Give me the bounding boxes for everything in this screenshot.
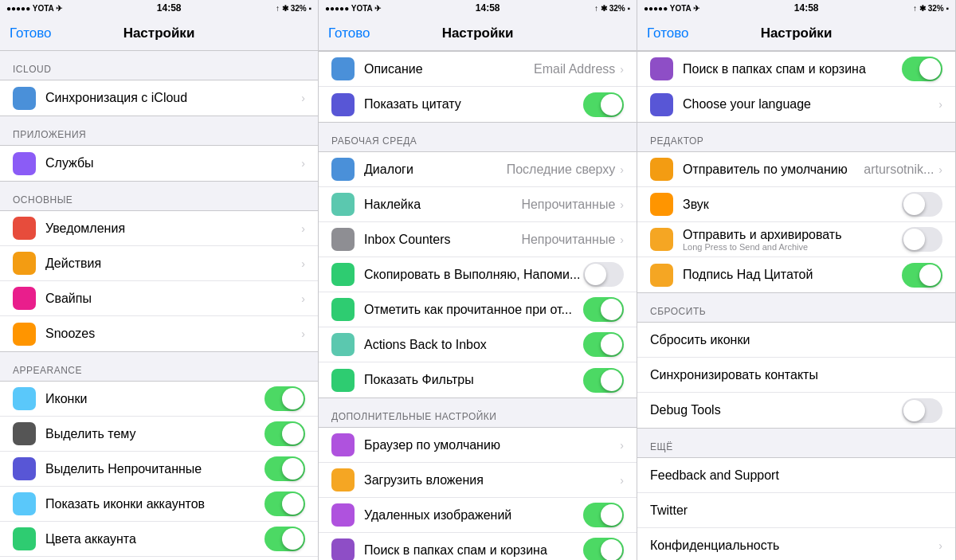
item-icon bbox=[13, 457, 36, 480]
toggle-off[interactable] bbox=[902, 192, 942, 217]
section-header: ПРИЛОЖЕНИЯ bbox=[0, 116, 318, 145]
settings-item[interactable]: Отправить и архивироватьLong Press to Se… bbox=[637, 222, 955, 257]
toggle-on[interactable] bbox=[264, 456, 305, 481]
settings-item[interactable]: Показать иконки аккаунтов bbox=[0, 487, 318, 522]
settings-item[interactable]: Debug Tools bbox=[637, 393, 955, 428]
item-label: Браузер по умолчанию bbox=[364, 438, 620, 452]
toggle-on[interactable] bbox=[264, 421, 305, 446]
nav-done-button[interactable]: Готово bbox=[328, 25, 370, 41]
item-icon bbox=[331, 369, 355, 392]
nav-title: Настройки bbox=[442, 25, 514, 41]
settings-item[interactable]: Отправитель по умолчаниюartursotnik...› bbox=[637, 152, 955, 187]
status-left: ●●●●● YOTA ✈ bbox=[644, 4, 699, 13]
item-value: Непрочитанные bbox=[521, 233, 615, 247]
item-label: Поиск в папках спам и корзина bbox=[683, 62, 902, 76]
settings-item[interactable]: Twitter bbox=[637, 493, 955, 528]
settings-item[interactable]: НаклейкаНепрочитанные› bbox=[319, 187, 637, 222]
settings-item[interactable]: Отметить как прочитанное при от... bbox=[319, 292, 637, 327]
toggle-off[interactable] bbox=[902, 227, 942, 252]
settings-item[interactable]: Действия› bbox=[0, 246, 318, 281]
item-icon bbox=[13, 492, 36, 515]
item-label: Показать Фильтры bbox=[364, 373, 583, 387]
settings-item[interactable]: Поиск в папках спам и корзина bbox=[319, 533, 637, 560]
toggle-off[interactable] bbox=[902, 398, 942, 423]
item-label: Показать цитату bbox=[364, 97, 583, 112]
item-value: artursotnik... bbox=[864, 163, 934, 177]
settings-item[interactable]: Выделить тему bbox=[0, 417, 318, 452]
toggle-off[interactable] bbox=[583, 262, 624, 287]
chevron-icon: › bbox=[938, 539, 942, 552]
toggle-on[interactable] bbox=[902, 57, 942, 81]
settings-item[interactable]: Браузер по умолчанию› bbox=[319, 428, 637, 463]
settings-item[interactable]: Actions Back to Inbox bbox=[319, 327, 637, 362]
settings-item[interactable]: Службы› bbox=[0, 146, 318, 181]
item-label: Отправить и архивировать bbox=[683, 228, 902, 242]
item-icon bbox=[331, 158, 355, 181]
toggle-on[interactable] bbox=[583, 503, 624, 527]
toggle-on[interactable] bbox=[583, 368, 624, 393]
item-icon bbox=[331, 538, 355, 560]
settings-item[interactable]: ОписаниеEmail Address› bbox=[319, 52, 637, 87]
item-label: Feedback and Support bbox=[650, 468, 942, 483]
toggle-on[interactable] bbox=[264, 386, 305, 411]
toggle-on[interactable] bbox=[902, 263, 942, 288]
item-icon bbox=[331, 468, 355, 491]
settings-item[interactable]: Подпись Над Цитатой bbox=[637, 257, 955, 292]
item-icon bbox=[331, 193, 355, 216]
item-icon bbox=[13, 287, 36, 310]
settings-item[interactable]: Поиск в папках спам и корзина bbox=[637, 52, 955, 87]
settings-item[interactable]: Feedback and Support bbox=[637, 458, 955, 493]
settings-item[interactable]: Snoozes› bbox=[0, 316, 318, 351]
nav-done-button[interactable]: Готово bbox=[10, 25, 52, 41]
toggle-on[interactable] bbox=[264, 491, 305, 516]
settings-item[interactable]: Свайпы› bbox=[0, 281, 318, 316]
toggle-on[interactable] bbox=[583, 92, 624, 117]
chevron-icon: › bbox=[301, 292, 305, 305]
settings-item[interactable]: Показать цитату bbox=[319, 87, 637, 122]
settings-item[interactable]: Выделить Непрочитанные bbox=[0, 452, 318, 487]
settings-item[interactable]: ДиалогиПоследние сверху› bbox=[319, 152, 637, 187]
status-bar: ●●●●● YOTA ✈ 14:58 ↑ ✱ 32% ▪ bbox=[0, 0, 318, 16]
section-header: РАБОЧАЯ СРЕДА bbox=[319, 123, 637, 151]
settings-item[interactable]: Удаленных изображений bbox=[319, 498, 637, 533]
settings-item[interactable]: Иконки bbox=[0, 382, 318, 417]
item-icon bbox=[650, 228, 673, 251]
chevron-icon: › bbox=[620, 63, 624, 76]
toggle-on[interactable] bbox=[583, 538, 624, 560]
chevron-icon: › bbox=[301, 92, 305, 104]
item-label: Уведомления bbox=[45, 221, 301, 236]
status-bar: ●●●●● YOTA ✈ 14:58 ↑ ✱ 32% ▪ bbox=[637, 0, 955, 16]
chevron-icon: › bbox=[301, 327, 305, 340]
item-icon bbox=[650, 158, 673, 181]
settings-item[interactable]: Сбросить иконки bbox=[637, 323, 955, 358]
toggle-on[interactable] bbox=[264, 527, 305, 551]
settings-item[interactable]: Синхронизировать контакты bbox=[637, 358, 955, 393]
item-icon bbox=[331, 433, 355, 456]
settings-content: Поиск в папках спам и корзинаChoose your… bbox=[637, 51, 955, 560]
settings-item[interactable]: Показать Фильтры bbox=[319, 362, 637, 397]
nav-done-button[interactable]: Готово bbox=[647, 25, 689, 41]
settings-item[interactable]: Конфиденциальность› bbox=[637, 528, 955, 560]
chevron-icon: › bbox=[938, 163, 942, 176]
status-left: ●●●●● YOTA ✈ bbox=[6, 4, 62, 13]
settings-item[interactable]: Предварительный просмотр2 строки› bbox=[0, 557, 318, 560]
settings-item[interactable]: Уведомления› bbox=[0, 211, 318, 246]
item-label: Поиск в папках спам и корзина bbox=[364, 543, 583, 558]
item-label: Конфиденциальность bbox=[650, 538, 938, 553]
settings-item[interactable]: Inbox CountersНепрочитанные› bbox=[319, 222, 637, 257]
item-label: Actions Back to Inbox bbox=[364, 338, 583, 352]
item-icon bbox=[13, 152, 36, 175]
settings-item[interactable]: Загрузить вложения› bbox=[319, 463, 637, 498]
settings-item[interactable]: Звук bbox=[637, 187, 955, 222]
item-label: Twitter bbox=[650, 503, 942, 518]
settings-item[interactable]: Цвета аккаунта bbox=[0, 522, 318, 557]
item-icon bbox=[331, 57, 355, 80]
settings-item[interactable]: Choose your language› bbox=[637, 87, 955, 122]
toggle-on[interactable] bbox=[583, 332, 624, 357]
toggle-on[interactable] bbox=[583, 297, 624, 322]
item-label: Snoozes bbox=[45, 327, 301, 341]
settings-item[interactable]: Скопировать в Выполняю, Напоми... bbox=[319, 257, 637, 292]
item-label: Действия bbox=[45, 257, 301, 271]
settings-item[interactable]: Синхронизация с iCloud› bbox=[0, 80, 318, 116]
settings-group: Поиск в папках спам и корзинаChoose your… bbox=[637, 51, 955, 123]
